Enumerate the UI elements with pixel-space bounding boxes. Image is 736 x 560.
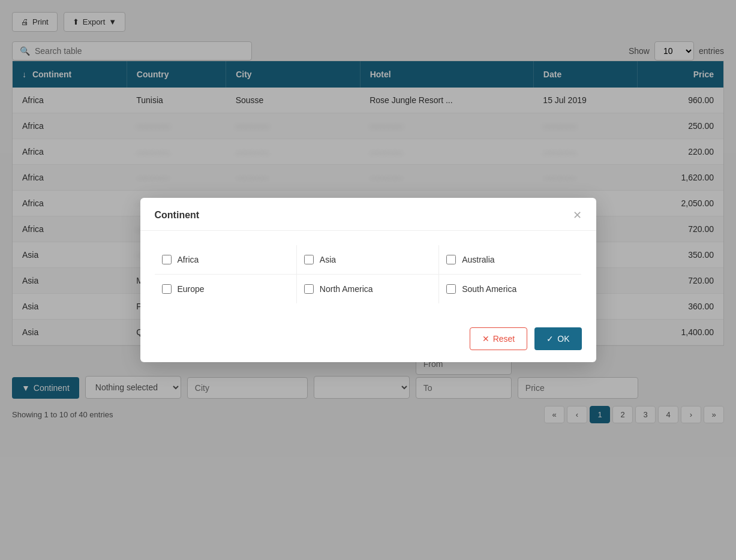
modal-overlay: Continent ✕ Africa Asia Australia xyxy=(0,0,736,560)
modal-footer: ✕ Reset ✓ OK xyxy=(140,318,596,362)
checkbox-north-america[interactable]: North America xyxy=(297,275,439,303)
checkbox-south-america[interactable]: South America xyxy=(439,275,581,303)
reset-x-icon: ✕ xyxy=(482,334,489,344)
checkbox-asia[interactable]: Asia xyxy=(297,245,439,275)
checkbox-asia-input[interactable] xyxy=(304,255,314,264)
checkbox-europe-label: Europe xyxy=(178,284,205,294)
reset-button[interactable]: ✕ Reset xyxy=(470,327,528,350)
continent-modal: Continent ✕ Africa Asia Australia xyxy=(140,198,596,362)
checkbox-africa-label: Africa xyxy=(178,255,199,264)
modal-body: Africa Asia Australia Europe North Ameri… xyxy=(140,231,596,318)
checkbox-north-america-label: North America xyxy=(320,284,373,294)
checkbox-asia-label: Asia xyxy=(320,255,336,264)
checkbox-south-america-input[interactable] xyxy=(446,284,456,294)
modal-close-button[interactable]: ✕ xyxy=(573,210,582,221)
checkbox-north-america-input[interactable] xyxy=(304,284,314,294)
ok-button[interactable]: ✓ OK xyxy=(534,327,581,350)
checkbox-south-america-label: South America xyxy=(462,284,516,294)
checkbox-australia[interactable]: Australia xyxy=(439,245,581,275)
modal-title: Continent xyxy=(155,210,200,221)
reset-label: Reset xyxy=(493,334,515,344)
checkbox-grid: Africa Asia Australia Europe North Ameri… xyxy=(155,245,582,303)
checkbox-europe-input[interactable] xyxy=(162,284,172,294)
checkbox-africa[interactable]: Africa xyxy=(155,245,297,275)
checkbox-australia-label: Australia xyxy=(462,255,494,264)
ok-check-icon: ✓ xyxy=(546,334,554,344)
modal-header: Continent ✕ xyxy=(140,198,596,231)
ok-label: OK xyxy=(557,334,569,344)
checkbox-africa-input[interactable] xyxy=(162,255,172,264)
checkbox-australia-input[interactable] xyxy=(446,255,456,264)
checkbox-europe[interactable]: Europe xyxy=(155,275,297,303)
